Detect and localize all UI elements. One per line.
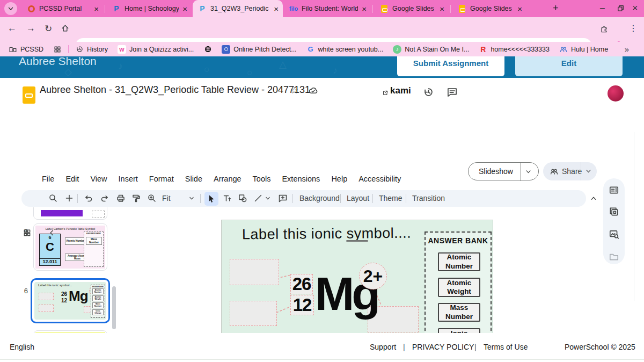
bookmark-quizizz[interactable]: w Join a Quizizz activi... xyxy=(114,44,197,55)
user-avatar[interactable] xyxy=(608,85,624,102)
menu-slide[interactable]: Slide xyxy=(185,175,202,183)
grid-view-button[interactable] xyxy=(23,228,32,237)
select-tool-icon[interactable] xyxy=(204,192,218,206)
dropzone-atomic-number[interactable] xyxy=(230,301,277,326)
tab-schoology-home[interactable]: P Home | Schoology × xyxy=(107,0,192,17)
privacy-policy-link[interactable]: PRIVACY POLICY xyxy=(412,343,474,351)
paint-format-icon[interactable] xyxy=(131,193,141,203)
window-minimize-button[interactable]: – xyxy=(600,3,605,13)
thumb6-chip[interactable]: Ionic Charge xyxy=(92,309,104,315)
version-history-icon[interactable] xyxy=(423,86,434,98)
slideshow-dropdown-icon[interactable] xyxy=(524,168,532,176)
menu-help[interactable]: Help xyxy=(331,175,347,183)
cloud-saved-icon[interactable] xyxy=(308,85,318,96)
filmstrip-scrollbar[interactable] xyxy=(112,286,116,329)
bookmark-home333333[interactable]: R home<<<<<333333 xyxy=(475,44,552,55)
bookmark-pcssd-folder[interactable]: PCSSD xyxy=(5,44,47,55)
terms-of-use-link[interactable]: Terms of Use xyxy=(484,343,528,351)
notes-resize-handle[interactable] xyxy=(346,240,368,242)
edit-button[interactable]: Edit xyxy=(515,56,623,76)
menu-view[interactable]: View xyxy=(90,175,107,183)
shape-icon[interactable] xyxy=(238,193,247,203)
background-button[interactable]: Background xyxy=(299,194,340,202)
menu-file[interactable]: File xyxy=(42,175,54,183)
search-menus-icon[interactable] xyxy=(48,193,58,203)
bookmark-apps-grid[interactable] xyxy=(50,44,65,55)
thumb5-chip-atomic-number[interactable]: Atomic Number xyxy=(65,237,86,245)
language-selector[interactable]: English xyxy=(10,343,34,351)
bookmark-hulu[interactable]: Hulu | Home xyxy=(556,44,611,55)
atomic-number-value[interactable]: 12 xyxy=(290,295,314,315)
share-dropdown-icon[interactable] xyxy=(584,167,592,175)
tab-pcssd-portal[interactable]: PCSSD Portal × xyxy=(21,0,103,17)
close-tab-icon[interactable]: × xyxy=(362,5,367,13)
zoom-fit-select[interactable]: Fit xyxy=(162,194,171,202)
chip-atomic-weight[interactable]: Atomic Weight xyxy=(438,278,480,297)
extensions-icon[interactable] xyxy=(599,24,609,33)
tab-filo-student[interactable]: filo Filo Student: World's × xyxy=(284,0,371,17)
kami-button[interactable]: kami xyxy=(390,85,411,96)
chip-atomic-number[interactable]: Atomic Number xyxy=(438,252,480,271)
thumbnail-slide-4-partial[interactable] xyxy=(33,207,107,220)
bookmark-not-a-stain[interactable]: ♪ Not A Stain On Me I... xyxy=(390,44,472,55)
slide-title[interactable]: Label this ionic symbol.... xyxy=(242,225,411,243)
thumb5-chip-mass-number[interactable]: Mass Number xyxy=(86,237,102,245)
kami-panel-icon[interactable] xyxy=(609,185,619,196)
support-link[interactable]: Support xyxy=(370,343,396,351)
tab-google-slides-1[interactable]: Google Slides × xyxy=(375,0,449,17)
line-dropdown-icon[interactable] xyxy=(264,194,272,202)
text-box-icon[interactable] xyxy=(222,193,232,203)
tab-google-slides-2[interactable]: Google Slides × xyxy=(452,0,526,17)
menu-extensions[interactable]: Extensions xyxy=(282,175,320,183)
slideshow-button[interactable]: Slideshow xyxy=(468,162,539,180)
image-search-icon[interactable] xyxy=(609,229,619,240)
forward-button[interactable]: → xyxy=(26,23,35,34)
collapse-toolbar-icon[interactable] xyxy=(589,194,598,202)
close-tab-icon[interactable]: × xyxy=(440,5,444,13)
document-title[interactable]: Aubree Shelton - 31_Q2W3_Periodic Table … xyxy=(40,84,310,96)
menu-accessibility[interactable]: Accessibility xyxy=(358,175,401,183)
print-icon[interactable] xyxy=(116,193,126,203)
ionic-charge-value[interactable]: 2+ xyxy=(359,263,387,289)
theme-button[interactable]: Theme xyxy=(379,194,402,202)
redo-icon[interactable] xyxy=(100,193,109,203)
close-tab-icon[interactable]: × xyxy=(182,5,187,13)
dropzone-mass-number[interactable] xyxy=(230,259,279,285)
kami-external-link-icon[interactable] xyxy=(382,90,389,96)
undo-icon[interactable] xyxy=(84,193,93,203)
back-button[interactable]: ← xyxy=(8,23,17,34)
insert-comment-icon[interactable] xyxy=(278,193,288,203)
thumbnail-slide-5[interactable]: Label Carbon's Periodic Table Symbol 6 C… xyxy=(33,223,107,271)
star-document-icon[interactable]: ☆ xyxy=(290,85,298,96)
transition-button[interactable]: Transition xyxy=(412,194,445,202)
bookmark-history[interactable]: History xyxy=(72,44,111,55)
bookmarks-overflow-icon[interactable]: » xyxy=(625,45,639,54)
collapse-filmstrip-icon[interactable] xyxy=(47,228,56,237)
tab-search-button[interactable] xyxy=(4,2,17,15)
slides-app-icon[interactable] xyxy=(23,86,35,104)
zoom-icon[interactable] xyxy=(147,193,157,203)
menu-edit[interactable]: Edit xyxy=(65,175,79,183)
window-close-button[interactable]: × xyxy=(632,3,638,14)
close-tab-icon[interactable]: × xyxy=(94,5,99,13)
thumb6-chip[interactable]: Mass Number xyxy=(92,302,104,308)
close-tab-icon[interactable]: × xyxy=(517,5,522,13)
tab-periodic-review-active[interactable]: P 31_Q2W3_Periodic T × xyxy=(193,0,283,17)
bookmark-globe[interactable] xyxy=(200,44,215,55)
thumb6-chip[interactable]: Atomic Number xyxy=(92,288,104,294)
menu-format[interactable]: Format xyxy=(149,175,174,183)
bookmark-white-screen[interactable]: G white screen youtub... xyxy=(303,44,387,55)
line-tool-icon[interactable] xyxy=(253,193,263,203)
browser-menu-icon[interactable]: ⋮ xyxy=(629,23,638,33)
menu-tools[interactable]: Tools xyxy=(253,175,271,183)
share-button[interactable]: Share xyxy=(543,162,597,180)
menu-insert[interactable]: Insert xyxy=(119,175,138,183)
new-tab-button[interactable]: + xyxy=(553,3,559,14)
fit-dropdown-icon[interactable] xyxy=(188,194,195,202)
home-button[interactable] xyxy=(61,24,70,33)
window-restore-button[interactable] xyxy=(616,4,625,13)
comments-icon[interactable] xyxy=(447,86,458,98)
chip-mass-number[interactable]: Mass Number xyxy=(438,303,480,322)
menu-arrange[interactable]: Arrange xyxy=(214,175,241,183)
reload-button[interactable]: ↻ xyxy=(45,23,52,34)
